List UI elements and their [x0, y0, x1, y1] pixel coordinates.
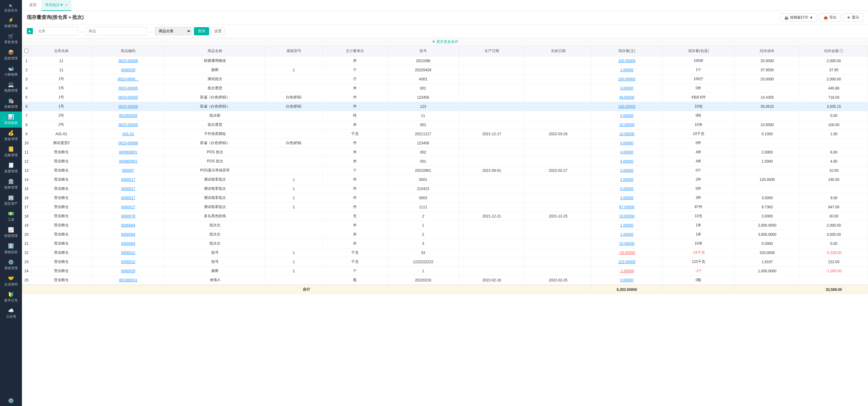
tab-inventory-batch[interactable]: 库存批次▼ ✕: [41, 0, 71, 11]
qty-main-link[interactable]: 10.00000: [619, 241, 634, 246]
cell-spec: 1: [265, 248, 322, 257]
code-link[interactable]: 0000017: [121, 177, 135, 182]
cell-unit: 件: [322, 175, 388, 184]
filter-arrow-button[interactable]: ▶: [27, 28, 33, 34]
code-link[interactable]: 0000029: [121, 68, 135, 72]
qty-main-link[interactable]: 10.00000: [619, 123, 634, 127]
code-link[interactable]: 0000012: [121, 260, 135, 264]
qty-main-link[interactable]: 3.00000: [620, 196, 633, 200]
code-link[interactable]: 0000017: [121, 196, 135, 200]
qty-main-link[interactable]: -1.00000: [620, 269, 634, 273]
select-all-checkbox[interactable]: [24, 49, 28, 53]
sidebar-item-purchase[interactable]: 🛍️ 采购管理: [0, 95, 22, 111]
qty-main-link[interactable]: 10.00000: [619, 132, 634, 136]
expand-conditions-button[interactable]: ▼ 展开更多条件: [432, 39, 458, 44]
code-link[interactable]: 0023-00008: [118, 104, 138, 109]
footer-cost: [735, 285, 800, 294]
code-link[interactable]: 0000084: [121, 223, 135, 228]
code-link[interactable]: 0000017: [121, 187, 135, 191]
sidebar-item-mini-ecom[interactable]: 🐋 小鲸电商: [0, 63, 22, 79]
category-select[interactable]: 商品分类: [155, 27, 191, 35]
cell-exp-date: [525, 139, 591, 148]
sidebar-search[interactable]: 🔍 搜索菜单: [0, 2, 22, 14]
qty-main-link[interactable]: 2.00000: [620, 177, 633, 182]
code-link[interactable]: 0000084: [121, 232, 135, 237]
qty-main-link[interactable]: 10.00000: [619, 214, 634, 218]
qty-main-link[interactable]: 122.00000: [618, 260, 636, 264]
sidebar-item-collab[interactable]: 🤝 企业协同: [0, 273, 22, 289]
code-link[interactable]: 000097: [122, 168, 134, 173]
qty-main-link[interactable]: 0.00000: [620, 168, 633, 173]
sidebar-item-invoice[interactable]: 🧾 发票管理: [0, 160, 22, 176]
qty-main-link[interactable]: 87.00000: [619, 205, 634, 209]
qty-main-link[interactable]: 1.00000: [620, 223, 633, 228]
qty-main-link[interactable]: 100.00000: [618, 59, 636, 63]
code-link[interactable]: 0023-0000…: [118, 77, 139, 81]
code-link[interactable]: 0023-00008: [118, 141, 138, 145]
sidebar-item-cloud[interactable]: ☁️ 云应用: [0, 305, 22, 321]
code-link[interactable]: 0000029: [121, 269, 135, 273]
sidebar-item-tax[interactable]: 🏛️ 税务管理: [0, 176, 22, 192]
qty-main-link[interactable]: 4.00000: [620, 150, 633, 155]
code-link[interactable]: 0023-00005: [118, 95, 138, 100]
cell-amount: -5,328.00: [800, 248, 868, 257]
cell-num: 16: [22, 194, 31, 203]
code-link[interactable]: 0000017: [121, 205, 135, 209]
code-link[interactable]: 0023-00005: [118, 123, 138, 127]
sidebar-item-retail[interactable]: 🛒 零售管理: [0, 31, 22, 47]
qty-main-link[interactable]: 100.00000: [618, 104, 636, 109]
sidebar-item-wholesale[interactable]: 📦 批发管理: [0, 47, 22, 63]
sidebar-item-salary[interactable]: 💵 工资: [0, 208, 22, 225]
cell-num: 10: [22, 139, 31, 148]
code-link[interactable]: 0000078: [121, 214, 135, 218]
cell-spec: 1: [265, 175, 322, 184]
sidebar-item-system[interactable]: ⚙️ 系统管理: [0, 257, 22, 273]
sidebar-item-inventory[interactable]: 📊 库存核算: [0, 111, 22, 128]
code-link[interactable]: A01-01: [122, 132, 134, 136]
qty-main-link[interactable]: 100.00000: [618, 77, 636, 81]
qty-main-link[interactable]: 1.00000: [620, 232, 633, 237]
qty-main-link[interactable]: 1.00000: [620, 68, 633, 72]
qty-main-link[interactable]: 0.00000: [620, 278, 633, 282]
code-link[interactable]: 001000031: [119, 278, 137, 282]
code-link[interactable]: 0023-00009: [118, 59, 138, 63]
sidebar-item-ecom[interactable]: 💻 电商管理: [0, 79, 22, 95]
qty-main-link[interactable]: 49.60000: [619, 95, 634, 100]
export-button[interactable]: 📤 导出: [819, 13, 841, 22]
gear-icon[interactable]: ⚙️: [8, 398, 14, 403]
product-input[interactable]: [86, 27, 147, 35]
tab-close-icon[interactable]: ✕: [65, 3, 68, 7]
code-link[interactable]: 0000084: [121, 241, 135, 246]
sidebar-item-basic-info[interactable]: ℹ️ 基础信息: [0, 241, 22, 257]
qty-main-link[interactable]: 0.00000: [620, 86, 633, 91]
settings-button[interactable]: 设置: [212, 27, 224, 35]
toggle-button[interactable]: 👁 显示: [843, 13, 863, 22]
sidebar-item-quick-nav[interactable]: ⚡ 快捷导航: [0, 14, 22, 31]
search-button[interactable]: 查询: [194, 27, 209, 35]
qty-main-link[interactable]: -16.00000: [619, 251, 635, 255]
code-link[interactable]: 0000012: [121, 251, 135, 255]
sidebar-item-finance[interactable]: 💰 资金管理: [0, 128, 22, 144]
qty-main-link[interactable]: 0.00000: [620, 113, 633, 118]
sidebar-item-guide[interactable]: 🔰 新手引导: [0, 289, 22, 305]
cell-warehouse: 营业粮仓: [31, 248, 91, 257]
sidebar-item-ledger[interactable]: 📒 总账管理: [0, 144, 22, 160]
code-link[interactable]: 000900001: [119, 159, 137, 164]
cell-batch: 001: [388, 120, 459, 130]
code-link[interactable]: 000900001: [119, 150, 137, 155]
qty-main-link[interactable]: 4.00000: [620, 159, 633, 164]
cell-amount: 222.00: [800, 257, 868, 267]
code-link[interactable]: 001000026: [119, 113, 137, 118]
sidebar-item-operations[interactable]: 📈 经营管理: [0, 225, 22, 241]
qty-main-link[interactable]: 0.00000: [620, 187, 633, 191]
cell-num: 12: [22, 157, 31, 166]
qty-main-link[interactable]: 0.00000: [620, 141, 633, 145]
filter-bar: ▶ ... ... 商品分类 查询 设置: [22, 24, 868, 38]
cell-unit: 件: [322, 203, 388, 212]
tab-home[interactable]: 首页: [26, 0, 40, 11]
warehouse-input[interactable]: [35, 27, 78, 35]
sidebar-item-assets[interactable]: 🏢 固定资产: [0, 192, 22, 208]
print-button[interactable]: 🖨️ 按模板打印 ▼: [780, 13, 817, 22]
code-link[interactable]: 0023-00005: [118, 86, 138, 91]
cell-num: 13: [22, 166, 31, 175]
